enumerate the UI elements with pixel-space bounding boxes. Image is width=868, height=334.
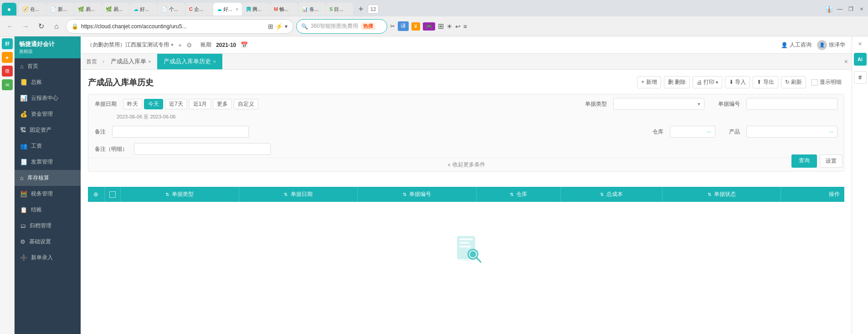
date-btn-more[interactable]: 更多: [213, 99, 232, 109]
settings-filter-btn[interactable]: 设置: [820, 154, 842, 168]
tab-item-4[interactable]: 🌿 易...: [102, 3, 129, 15]
search-bar-360[interactable]: 🔍 360智能抠图免费用 热搜: [296, 19, 387, 34]
company-settings-btn[interactable]: ⚙: [186, 41, 192, 49]
tab-item-12[interactable]: S 目...: [326, 3, 353, 15]
show-cols-checkbox[interactable]: [812, 79, 818, 86]
sidebar-item-archive[interactable]: 🗂 归档管理: [15, 218, 81, 234]
col-doc-date[interactable]: ⇅ 单据日期: [239, 187, 357, 202]
query-btn[interactable]: 查询: [791, 154, 817, 168]
panel-close-btn[interactable]: ×: [844, 58, 848, 65]
sidebar-item-fixed[interactable]: 🏗 固定资产: [15, 122, 81, 138]
col-doc-no[interactable]: ⇅ 单据编号: [358, 187, 476, 202]
app-logo-tab[interactable]: ●: [2, 3, 16, 15]
col-doc-status[interactable]: ⇅ 单据状态: [663, 187, 781, 202]
undo-tool[interactable]: ↩: [455, 23, 461, 30]
url-bar[interactable]: 🔒 https://cloud.chanjet.com/accounting/u…: [66, 19, 293, 34]
tab-item-8-active[interactable]: ☁ 好... ×: [213, 3, 242, 15]
apps-tool[interactable]: ⊞: [438, 22, 444, 31]
lightning-icon[interactable]: ⚡: [275, 23, 283, 30]
ai-button[interactable]: Ai: [854, 53, 867, 66]
filter-date-range-row: 2023-06-06 至 2023-06-06: [88, 113, 844, 123]
calendar-icon[interactable]: 📅: [241, 41, 248, 48]
sidebar-item-inventory[interactable]: ⌂ 库存核算: [15, 170, 81, 186]
date-btn-custom[interactable]: 自定义: [234, 99, 258, 109]
if-button[interactable]: If: [854, 71, 867, 84]
import-btn[interactable]: ⬇ 导入: [725, 76, 750, 88]
home-button[interactable]: ⌂: [50, 20, 63, 33]
date-btn-7days[interactable]: 近7天: [165, 99, 187, 109]
col-total-cost[interactable]: ⇅ 总成本: [561, 187, 663, 202]
add-company-btn[interactable]: +: [178, 41, 182, 49]
sidebar-item-tax[interactable]: 🧮 税务管理: [15, 186, 81, 202]
tab-item-3[interactable]: 🌿 易...: [74, 3, 102, 15]
date-btn-today[interactable]: 今天: [144, 99, 163, 109]
browser-window: ● 🧭 在... 📄 新... 🌿 易... 🌿 易... ☁ 好... 📄 个…: [0, 0, 868, 334]
filter-note-detail-input[interactable]: [134, 143, 271, 155]
tab-item-5[interactable]: ☁ 好...: [130, 3, 157, 15]
back-button[interactable]: ←: [4, 20, 16, 33]
col-warehouse[interactable]: ⇅ 仓库: [476, 187, 560, 202]
user-service-btn[interactable]: 👤 人工咨询: [781, 41, 812, 49]
url-dropdown-icon[interactable]: ▾: [285, 23, 288, 30]
sun-tool[interactable]: ☀: [447, 23, 452, 30]
sidebar-item-ledger[interactable]: 📒 总账: [15, 74, 81, 90]
col-doc-type[interactable]: ⇅ 单据类型: [120, 187, 239, 202]
app-icon-mail[interactable]: ✉: [2, 79, 13, 90]
delete-btn[interactable]: 删 删除: [664, 76, 690, 88]
tab-8-close[interactable]: ×: [236, 7, 238, 12]
add-btn[interactable]: + 新增: [637, 76, 661, 88]
tab-item-6[interactable]: 📄 个...: [158, 3, 185, 15]
tab-item-7[interactable]: C 企...: [185, 3, 213, 15]
app-icon-star[interactable]: ★: [2, 52, 13, 63]
tab-item-10[interactable]: M 畅...: [270, 3, 298, 15]
filter-doctype-select[interactable]: ▾: [613, 98, 704, 110]
sidebar-item-newdoc[interactable]: ➕ 新单录入: [15, 250, 81, 266]
refresh-btn[interactable]: ↻ 刷新: [781, 76, 806, 88]
app-icon-weibo[interactable]: 微: [2, 66, 13, 77]
scissors-tool[interactable]: ✂: [390, 23, 395, 30]
date-btn-1month[interactable]: 近1月: [189, 99, 211, 109]
tab-item-2[interactable]: 📄 新...: [46, 3, 74, 15]
sidebar-item-invoice[interactable]: 🧾 发票管理: [15, 154, 81, 170]
company-selector[interactable]: （勿删勿禁用）江西服宝测试专用 ▾: [87, 41, 174, 49]
panel-close-icon[interactable]: ×: [858, 40, 862, 47]
breadcrumb-home[interactable]: 首页: [81, 54, 103, 69]
show-cols-wrapper[interactable]: 显示明细: [809, 77, 844, 88]
tab-doc-history[interactable]: 产成品入库单历史 ×: [157, 54, 222, 69]
tab-doc-list-close[interactable]: ×: [148, 59, 151, 64]
sidebar-item-funds[interactable]: 💰 资金管理: [15, 106, 81, 122]
app-icon-chanjet[interactable]: 好: [2, 38, 13, 49]
date-btn-yesterday[interactable]: 昨天: [123, 99, 142, 109]
period-value[interactable]: 2021-10: [216, 42, 236, 48]
sidebar-item-basic[interactable]: ⚙ 基础设置: [15, 234, 81, 250]
tab-doc-list[interactable]: 产成品入库单 ×: [104, 54, 157, 69]
tab-item-11[interactable]: 📊 各...: [298, 3, 325, 15]
window-restore-btn[interactable]: ❐: [846, 5, 855, 14]
translate-tool[interactable]: 译: [398, 21, 409, 31]
col-gear[interactable]: ⚙: [88, 187, 104, 202]
grid-icon[interactable]: ⊞: [268, 23, 273, 30]
print-btn[interactable]: 🖨 打印 ▾: [693, 76, 722, 88]
tab-doc-history-close[interactable]: ×: [213, 59, 216, 64]
sidebar-item-closing[interactable]: 📋 结账: [15, 202, 81, 218]
sidebar-item-payroll[interactable]: 👥 工资: [15, 138, 81, 154]
user-avatar[interactable]: 👤 徐泽华: [817, 40, 845, 50]
filter-warehouse-select[interactable]: ···: [670, 126, 715, 138]
sidebar-item-reports[interactable]: 📊 云报表中心: [15, 90, 81, 106]
filter-product-select[interactable]: ···: [746, 126, 837, 138]
tab-item-9[interactable]: 腾 腾...: [242, 3, 270, 15]
new-tab-button[interactable]: +: [354, 3, 367, 15]
filter-note-input[interactable]: [112, 126, 249, 138]
col-checkbox[interactable]: [104, 187, 120, 202]
filter-docno-input[interactable]: [746, 98, 837, 110]
game-tool[interactable]: 🎮: [423, 22, 435, 31]
more-tool[interactable]: ≡: [463, 23, 467, 30]
tab-item-1[interactable]: 🧭 在...: [19, 3, 46, 15]
forward-button[interactable]: →: [19, 20, 32, 33]
sidebar-item-home[interactable]: ⌂ 首页: [15, 58, 81, 74]
window-minimize-btn[interactable]: —: [835, 5, 844, 14]
export-btn[interactable]: ⬆ 导出: [753, 76, 778, 88]
window-close-btn[interactable]: ×: [857, 5, 866, 14]
yuan-tool[interactable]: ¥: [411, 22, 420, 31]
refresh-button[interactable]: ↻: [35, 20, 47, 33]
